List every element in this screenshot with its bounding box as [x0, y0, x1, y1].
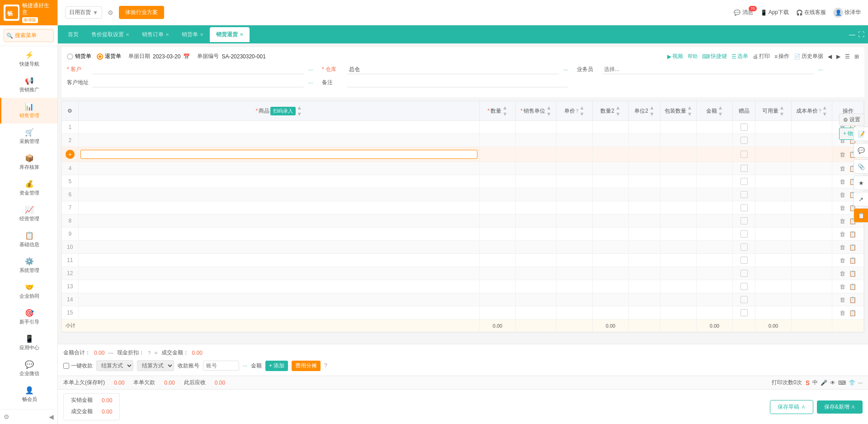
amount-cell[interactable]: [697, 175, 733, 188]
available-cell[interactable]: [755, 306, 792, 319]
sidebar-item-shortcuts[interactable]: ⚡ 快捷导航: [0, 46, 57, 72]
unit_price-cell[interactable]: [557, 188, 593, 201]
delete-row-icon[interactable]: 🗑: [840, 218, 845, 224]
gift-cell[interactable]: [733, 254, 755, 267]
copy-row-icon[interactable]: 📋: [849, 231, 856, 238]
available-cell[interactable]: [755, 201, 792, 214]
tab-sales-return[interactable]: 销货退货 ✕: [210, 27, 250, 42]
unit-cell[interactable]: [516, 280, 557, 293]
unit-cell[interactable]: [516, 134, 557, 147]
product-cell[interactable]: [78, 175, 480, 188]
quantity-cell[interactable]: [480, 134, 516, 147]
qty2-cell[interactable]: [593, 214, 629, 228]
unit2-cell[interactable]: [629, 293, 660, 306]
amount-cell[interactable]: [697, 306, 733, 319]
sidebar-item-cooperation[interactable]: 🤝 企业协同: [0, 278, 57, 304]
gift-checkbox[interactable]: [741, 165, 748, 172]
right-panel-btn-6[interactable]: 📋: [854, 208, 868, 223]
amount-cell[interactable]: [697, 293, 733, 306]
gift-checkbox[interactable]: [741, 137, 748, 144]
unit_price-cell[interactable]: [557, 306, 593, 319]
th-gear[interactable]: ⚙: [62, 101, 78, 121]
available-cell[interactable]: [755, 147, 792, 162]
account-num-input[interactable]: [203, 361, 239, 371]
sidebar-item-purchase[interactable]: 🛒 采购管理: [0, 124, 57, 149]
radio-return[interactable]: 退货单: [97, 52, 121, 60]
delete-row-icon[interactable]: 🗑: [840, 165, 845, 172]
cost-price-cell[interactable]: [792, 293, 832, 306]
quantity-cell[interactable]: [480, 201, 516, 214]
unit-cell[interactable]: [516, 162, 557, 175]
unit2-cell[interactable]: [629, 134, 660, 147]
amount-cell[interactable]: [697, 201, 733, 214]
qty2-cell[interactable]: [593, 162, 629, 175]
available-cell[interactable]: [755, 121, 792, 134]
copy-row-icon[interactable]: 📋: [849, 244, 856, 251]
save-new-button[interactable]: 保存&新增 ∧: [817, 400, 863, 414]
cost-price-cell[interactable]: [792, 188, 832, 201]
unit2-cell[interactable]: [629, 241, 660, 254]
help-action[interactable]: 帮助: [688, 53, 698, 60]
sidebar-item-apps[interactable]: 📱 应用中心: [0, 330, 57, 356]
product-cell[interactable]: [78, 306, 480, 319]
settings-gear-icon[interactable]: ⚙: [108, 9, 113, 16]
available-cell[interactable]: [755, 188, 792, 201]
gift-cell[interactable]: [733, 134, 755, 147]
pack_qty-cell[interactable]: [660, 175, 697, 188]
available-sort-icon[interactable]: ▲▼: [779, 105, 785, 117]
next-record-button[interactable]: ▶: [836, 53, 840, 60]
gift-checkbox[interactable]: [741, 283, 748, 290]
gift-cell[interactable]: [733, 267, 755, 280]
quantity-cell[interactable]: [480, 306, 516, 319]
delete-row-icon[interactable]: 🗑: [840, 283, 845, 290]
quantity-cell[interactable]: [480, 254, 516, 267]
shortcut-action[interactable]: ⌨ 快捷键: [702, 52, 727, 60]
sidebar-item-wechat[interactable]: 💬 企业微信: [0, 356, 57, 381]
cost-price-cell[interactable]: [792, 201, 832, 214]
product-input[interactable]: [80, 150, 478, 159]
gift-cell[interactable]: [733, 280, 755, 293]
copy-row-icon[interactable]: 📋: [849, 283, 856, 290]
delete-row-icon[interactable]: 🗑: [840, 178, 845, 185]
available-cell[interactable]: [755, 162, 792, 175]
tab-home[interactable]: 首页: [61, 27, 85, 42]
available-cell[interactable]: [755, 293, 792, 306]
amount-cell[interactable]: [697, 228, 733, 241]
unit-cell[interactable]: [516, 121, 557, 134]
video-action[interactable]: ▶ 视频: [667, 52, 683, 60]
experience-button[interactable]: 体验行业方案: [119, 6, 164, 19]
amount-cell[interactable]: [697, 214, 733, 228]
customer-lookup-icon[interactable]: ···: [308, 67, 313, 73]
table-settings-icon[interactable]: ⚙: [67, 108, 72, 114]
cost-price-cell[interactable]: [792, 280, 832, 293]
product-cell[interactable]: [78, 293, 480, 306]
cost-price-cell[interactable]: [792, 134, 832, 147]
right-panel-btn-5[interactable]: ↗: [854, 192, 868, 206]
delete-row-icon[interactable]: 🗑: [840, 257, 845, 264]
gift-cell[interactable]: [733, 214, 755, 228]
quantity-cell[interactable]: [480, 293, 516, 306]
sidebar-item-finance[interactable]: 💰 资金管理: [0, 175, 57, 201]
quantity-cell[interactable]: [480, 175, 516, 188]
quantity-cell[interactable]: [480, 241, 516, 254]
right-panel-btn-3[interactable]: 📎: [854, 159, 868, 174]
unit_price-cell[interactable]: [557, 162, 593, 175]
sidebar-item-member[interactable]: 👤 畅会员: [0, 381, 57, 407]
cost-price-cell[interactable]: [792, 162, 832, 175]
gift-checkbox[interactable]: [741, 178, 748, 185]
qty2-cell[interactable]: [593, 121, 629, 134]
unit-sort-icon[interactable]: ▲▼: [546, 105, 552, 117]
unit-price-sort-icon[interactable]: ▲▼: [579, 105, 585, 117]
pack_qty-cell[interactable]: [660, 293, 697, 306]
gift-checkbox[interactable]: [741, 151, 748, 158]
unit2-cell[interactable]: [629, 188, 660, 201]
calendar-icon[interactable]: 📅: [183, 53, 190, 60]
gift-checkbox[interactable]: [741, 230, 748, 238]
gift-cell[interactable]: [733, 121, 755, 134]
unit_price-cell[interactable]: [557, 147, 593, 162]
unit2-sort-icon[interactable]: ▲▼: [649, 105, 655, 117]
unit-cell[interactable]: [516, 293, 557, 306]
gift-checkbox[interactable]: [741, 191, 748, 198]
gift-checkbox[interactable]: [741, 309, 748, 316]
delete-row-icon[interactable]: 🗑: [840, 151, 845, 158]
